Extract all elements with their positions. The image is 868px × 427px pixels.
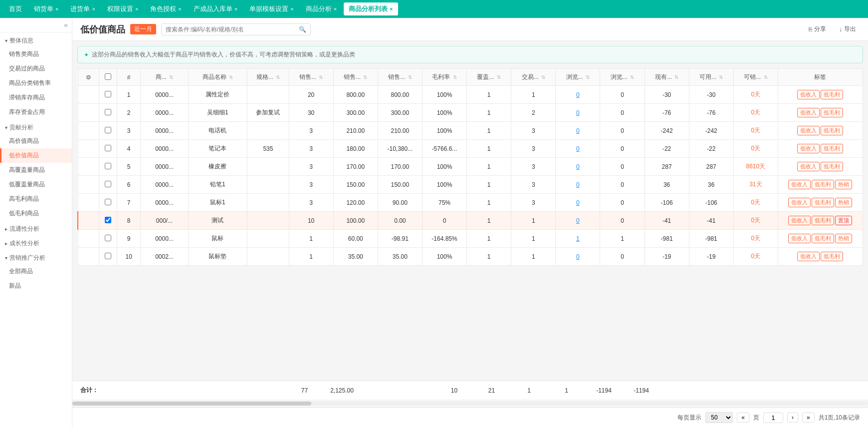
- first-page-btn[interactable]: «: [737, 413, 749, 423]
- view-link[interactable]: 1: [576, 235, 580, 242]
- col-header-stock3[interactable]: 可销... ⇅: [733, 69, 778, 86]
- col-header-name[interactable]: 商品名称 ⇅: [188, 69, 247, 86]
- view-link[interactable]: 0: [576, 145, 580, 152]
- col-stock3-cell: 0天: [733, 194, 778, 212]
- col-header-stock1[interactable]: 现有... ⇅: [645, 69, 689, 86]
- export-button[interactable]: ↓ 导出: [835, 23, 860, 35]
- horizontal-scrollbar[interactable]: [72, 402, 868, 406]
- row-checkbox[interactable]: [105, 163, 111, 169]
- nav-close-icon[interactable]: ×: [290, 6, 293, 12]
- nav-close-icon[interactable]: ×: [178, 6, 181, 12]
- view-link[interactable]: 0: [576, 127, 580, 134]
- nav-products-in[interactable]: 产成品入库单 ×: [189, 2, 242, 15]
- view-link[interactable]: 0: [576, 163, 580, 170]
- product-tag: 低收入: [797, 144, 820, 153]
- scrollbar-thumb[interactable]: [72, 402, 311, 406]
- sidebar-item-low-margin[interactable]: 低毛利商品: [0, 206, 72, 221]
- nav-home[interactable]: 首页: [4, 2, 27, 15]
- sidebar-item-category-sales-rate[interactable]: 商品分类销售率: [0, 76, 72, 90]
- sidebar-item-low-coverage[interactable]: 低覆盖量商品: [0, 177, 72, 192]
- last-page-btn[interactable]: »: [802, 413, 815, 423]
- col-settings-cell: [78, 176, 99, 194]
- nav-close-icon[interactable]: ×: [135, 6, 138, 12]
- next-page-btn[interactable]: ›: [787, 413, 798, 423]
- sidebar-item-high-margin[interactable]: 高毛利商品: [0, 192, 72, 206]
- col-trade-cell: 3: [511, 122, 556, 140]
- sidebar-collapse-btn[interactable]: «: [64, 21, 68, 29]
- sidebar: « ▾ 整体信息 销售类商品 交易过的商品 商品分类销售率 滞销库存商品 库存资…: [0, 18, 72, 427]
- sidebar-item-sales-category[interactable]: 销售类商品: [0, 47, 72, 61]
- sidebar-group-flow[interactable]: ▸ 流通性分析: [0, 221, 72, 235]
- page-size-select[interactable]: 50 100 200: [705, 412, 733, 423]
- view-link[interactable]: 0: [576, 253, 580, 260]
- sidebar-item-high-coverage[interactable]: 高覆盖量商品: [0, 163, 72, 177]
- search-icon[interactable]: 🔍: [299, 26, 306, 33]
- sidebar-item-slow-stock[interactable]: 滞销库存商品: [0, 90, 72, 105]
- col-header-sales3[interactable]: 销售... ⇅: [378, 69, 422, 86]
- col-num-cell: 3: [117, 122, 141, 140]
- view-link[interactable]: 0: [576, 199, 580, 206]
- nav-product-analysis-list[interactable]: 商品分析列表 ×: [344, 2, 398, 15]
- filter-tag[interactable]: 近一月: [130, 24, 156, 34]
- col-header-cover[interactable]: 覆盖... ⇅: [467, 69, 511, 86]
- view-link[interactable]: 0: [576, 217, 580, 224]
- sidebar-group-growth[interactable]: ▸ 成长性分析: [0, 235, 72, 250]
- nav-close-icon[interactable]: ×: [390, 6, 393, 12]
- row-checkbox[interactable]: [105, 127, 111, 133]
- share-button[interactable]: ⎘ 分享: [805, 23, 830, 35]
- nav-purchase[interactable]: 进货单 ×: [65, 2, 100, 15]
- view-link[interactable]: 0: [576, 91, 580, 98]
- nav-close-icon[interactable]: ×: [234, 6, 237, 12]
- sidebar-item-traded[interactable]: 交易过的商品: [0, 61, 72, 76]
- sidebar-item-high-value[interactable]: 高价值商品: [0, 134, 72, 148]
- col-header-sales1[interactable]: 销售... ⇅: [289, 69, 333, 86]
- nav-close-icon[interactable]: ×: [334, 6, 337, 12]
- row-checkbox[interactable]: [105, 235, 111, 241]
- page-label: 页: [753, 414, 759, 422]
- col-header-settings[interactable]: ⚙: [78, 69, 99, 86]
- sidebar-item-new-products[interactable]: 新品: [0, 279, 72, 293]
- sidebar-group-overall[interactable]: ▾ 整体信息: [0, 32, 72, 47]
- row-checkbox[interactable]: [105, 91, 111, 97]
- row-checkbox[interactable]: [105, 217, 111, 223]
- col-header-code[interactable]: 商... ⇅: [141, 69, 188, 86]
- col-stock1-cell: 36: [645, 176, 689, 194]
- col-trade-cell: 3: [511, 140, 556, 158]
- page-input[interactable]: [763, 413, 783, 423]
- col-cover-cell: 1: [467, 212, 511, 230]
- sidebar-item-all-products[interactable]: 全部商品: [0, 264, 72, 279]
- search-input[interactable]: [166, 26, 297, 33]
- col-settings-cell: [78, 86, 99, 104]
- col-header-view2[interactable]: 浏览... ⇅: [600, 69, 645, 86]
- nav-roles[interactable]: 角色授权 ×: [145, 2, 186, 15]
- select-all-checkbox[interactable]: [105, 73, 111, 80]
- col-stock2-cell: -981: [689, 230, 733, 248]
- col-header-stock2[interactable]: 可用... ⇅: [689, 69, 733, 86]
- col-header-sales2[interactable]: 销售... ⇅: [333, 69, 378, 86]
- col-header-spec[interactable]: 规格... ⇅: [247, 69, 289, 86]
- nav-close-icon[interactable]: ×: [92, 6, 95, 12]
- sidebar-item-stock-funds[interactable]: 库存资金占用: [0, 105, 72, 119]
- nav-sales-order[interactable]: 销货单 ×: [29, 2, 63, 15]
- col-header-view1[interactable]: 浏览... ⇅: [556, 69, 600, 86]
- row-checkbox[interactable]: [105, 145, 111, 151]
- col-check-cell: [99, 230, 117, 248]
- row-checkbox[interactable]: [105, 181, 111, 187]
- view-link[interactable]: 0: [576, 109, 580, 116]
- view-link[interactable]: 0: [576, 181, 580, 188]
- row-checkbox[interactable]: [105, 199, 111, 205]
- nav-template[interactable]: 单据模板设置 ×: [244, 2, 298, 15]
- sidebar-group-marketing[interactable]: ▾ 营销推广分析: [0, 250, 72, 264]
- row-checkbox[interactable]: [105, 109, 111, 115]
- col-num-cell: 1: [117, 86, 141, 104]
- nav-product-analysis[interactable]: 商品分析 ×: [301, 2, 342, 15]
- sidebar-item-low-value[interactable]: 低价值商品: [0, 148, 72, 163]
- col-header-trade[interactable]: 交易... ⇅: [511, 69, 556, 86]
- col-trade-cell: 2: [511, 104, 556, 122]
- sidebar-group-contribution[interactable]: ▾ 贡献分析: [0, 119, 72, 134]
- nav-permissions[interactable]: 权限设置 ×: [102, 2, 143, 15]
- table-row: 9 0000... 鼠标 1 60.00 -98.91 -164.85% 1 1…: [78, 230, 863, 248]
- col-header-gross-rate[interactable]: 毛利率 ⇅: [422, 69, 466, 86]
- row-checkbox[interactable]: [105, 253, 111, 259]
- nav-close-icon[interactable]: ×: [55, 6, 58, 12]
